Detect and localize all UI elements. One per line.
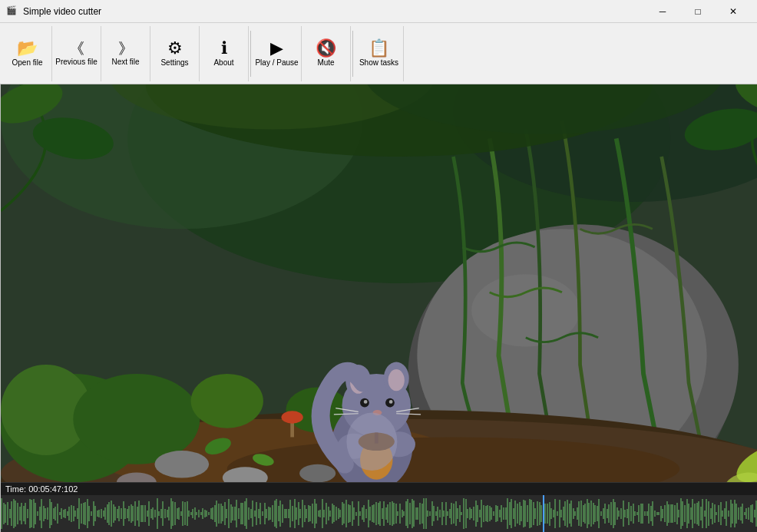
svg-point-17 bbox=[154, 451, 209, 477]
timeline-cursor bbox=[543, 495, 544, 532]
mute-button[interactable]: 🔇 Mute bbox=[302, 26, 351, 81]
play-pause-icon: ▶ bbox=[270, 40, 283, 57]
svg-point-33 bbox=[364, 400, 368, 404]
about-button[interactable]: ℹ About bbox=[200, 26, 249, 81]
maximize-button[interactable]: □ bbox=[680, 0, 716, 23]
video-frame bbox=[1, 84, 757, 482]
play-pause-button[interactable]: ▶ Play / Pause bbox=[253, 26, 302, 81]
show-tasks-label: Show tasks bbox=[359, 58, 398, 67]
open-file-icon: 📂 bbox=[17, 40, 38, 57]
svg-point-19 bbox=[299, 464, 336, 482]
next-file-button[interactable]: 》 Next file bbox=[101, 26, 150, 81]
svg-point-22 bbox=[281, 411, 302, 424]
mute-icon: 🔇 bbox=[316, 40, 336, 57]
play-pause-label: Play / Pause bbox=[255, 58, 298, 67]
settings-icon: ⚙ bbox=[167, 40, 183, 57]
next-file-icon: 》 bbox=[118, 41, 134, 56]
show-tasks-icon: 📋 bbox=[369, 40, 389, 57]
svg-point-15 bbox=[191, 374, 263, 428]
settings-label: Settings bbox=[160, 58, 188, 67]
show-tasks-button[interactable]: 📋 Show tasks bbox=[355, 26, 404, 81]
previous-file-icon: 《 bbox=[69, 41, 84, 56]
video-svg bbox=[1, 84, 757, 482]
timeline-time: Time: 00:05:47:102 bbox=[1, 483, 757, 495]
main-content: ✋ Set start ☝ Set end ▶ Play range ◇ Cle… bbox=[0, 84, 757, 532]
toolbar-separator-2 bbox=[352, 31, 353, 77]
svg-point-14 bbox=[73, 374, 200, 464]
previous-file-button[interactable]: 《 Previous file bbox=[52, 26, 101, 81]
about-label: About bbox=[213, 58, 233, 67]
open-file-button[interactable]: 📂 Open file bbox=[3, 26, 52, 81]
open-file-label: Open file bbox=[12, 58, 42, 67]
svg-point-30 bbox=[388, 369, 405, 391]
timeline-area: Time: 00:05:47:102 bbox=[1, 482, 757, 532]
about-icon: ℹ bbox=[221, 40, 227, 57]
minimize-button[interactable]: ─ bbox=[645, 0, 680, 23]
svg-point-34 bbox=[389, 400, 393, 404]
close-button[interactable]: ✕ bbox=[716, 0, 751, 23]
video-placeholder bbox=[1, 84, 757, 482]
video-area: Time: 00:05:47:102 bbox=[1, 84, 757, 532]
timeline-bar[interactable] bbox=[1, 495, 757, 532]
timeline-waveform bbox=[1, 495, 757, 532]
svg-point-45 bbox=[346, 413, 397, 471]
previous-file-label: Previous file bbox=[55, 58, 97, 66]
settings-button[interactable]: ⚙ Settings bbox=[150, 26, 200, 81]
toolbar: 📂 Open file 《 Previous file 》 Next file … bbox=[0, 23, 757, 84]
toolbar-separator bbox=[250, 31, 251, 77]
window-title: Simple video cutter bbox=[23, 6, 645, 17]
mute-label: Mute bbox=[317, 58, 334, 67]
window-controls: ─ □ ✕ bbox=[645, 0, 751, 23]
title-bar: 🎬 Simple video cutter ─ □ ✕ bbox=[0, 0, 757, 23]
app-icon: 🎬 bbox=[6, 5, 18, 18]
next-file-label: Next file bbox=[111, 58, 139, 66]
